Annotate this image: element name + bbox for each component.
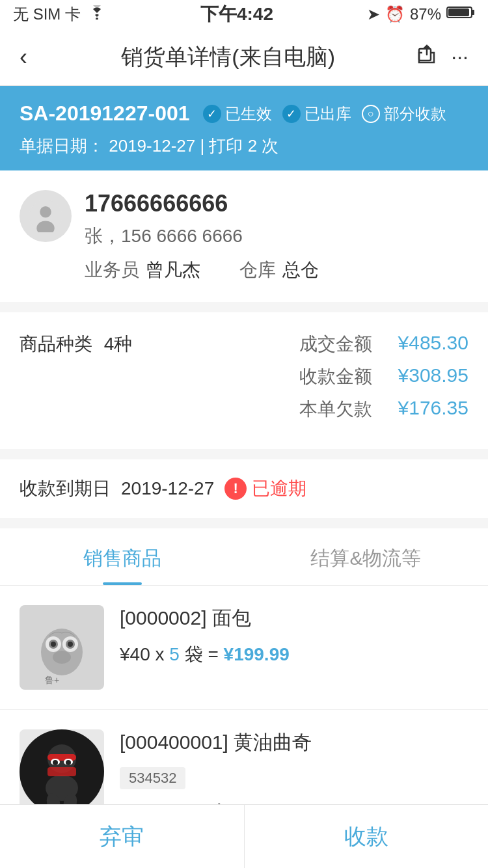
carrier-label: 无 SIM 卡 [13,4,81,25]
battery-label: 87% [410,5,441,23]
stats-left: 商品种类 4种 [20,332,139,429]
product-code-1: [0000002] [120,607,206,629]
check-icon-1: ✓ [203,105,221,123]
svg-rect-20 [47,754,76,761]
overdue-icon: ! [224,478,247,500]
product-name-text-2: 黄油曲奇 [234,731,312,753]
svg-point-6 [40,206,51,218]
product-total-1: ¥199.99 [224,644,290,664]
debt-label: 本单欠款 [299,397,372,422]
svg-point-14 [51,642,56,647]
overdue-badge: ! 已逾期 [224,476,306,501]
badge-partial: ○ 部分收款 [362,103,446,124]
svg-rect-2 [472,10,474,15]
customer-meta: 业务员 曾凡杰 仓库 总仓 [85,258,468,282]
svg-point-16 [53,651,71,664]
svg-point-23 [53,760,58,765]
order-header-top: SA-20191227-001 ✓ 已生效 ✓ 已出库 ○ 部分收款 [20,102,468,126]
badge-shipped: ✓ 已出库 [282,103,351,124]
status-bar: 无 SIM 卡 下午4:42 ➤ ⏰ 87% [0,0,488,29]
svg-point-24 [66,760,71,765]
tab-products[interactable]: 销售商品 [0,528,244,585]
share-icon[interactable] [416,44,438,71]
customer-phone-display: 17666666666 [85,190,468,217]
order-date-row: 单据日期： 2019-12-27 | 打印 2 次 [20,135,468,157]
more-icon[interactable]: ··· [451,45,468,69]
debt-value: ¥176.35 [398,397,468,422]
product-item-1: 鲁+ [0000002] 面包 ¥40 x 5 袋 = ¥199.99 [0,586,488,710]
customer-name-phone: 张，156 6666 6666 [85,224,468,249]
status-right: ➤ ⏰ 87% [367,5,475,23]
stats-right: 成交金额 ¥485.30 收款金额 ¥308.95 本单欠款 ¥176.35 [299,332,468,429]
page-title: 销货单详情(来自电脑) [40,42,416,72]
product-price-1: ¥40 x 5 袋 = ¥199.99 [120,642,468,667]
status-badges: ✓ 已生效 ✓ 已出库 ○ 部分收款 [203,103,446,124]
status-time: 下午4:42 [200,2,273,27]
product-type-label: 商品种类 [20,334,92,354]
wifi-icon [87,5,107,23]
svg-rect-26 [47,767,76,776]
due-date-label: 收款到期日 [20,476,111,501]
due-section: 收款到期日 2019-12-27 ! 已逾期 [0,459,488,518]
order-date-value: 2019-12-27 [109,136,195,156]
customer-section: 17666666666 张，156 6666 6666 业务员 曾凡杰 仓库 总… [0,170,488,302]
product-name-1: [0000002] 面包 [120,605,468,632]
product-unit-1: 袋 [185,644,203,664]
print-separator: | 打印 [200,136,247,156]
sales-item: 业务员 曾凡杰 [85,258,200,282]
product-x-1: x [156,644,170,664]
product-type-count: 4种 [104,334,133,354]
product-name-2: [000400001] 黄油曲奇 [120,729,468,756]
tabs-section: 销售商品 结算&物流等 [0,528,488,586]
overdue-label: 已逾期 [252,476,306,501]
product-details-1: [0000002] 面包 ¥40 x 5 袋 = ¥199.99 [120,605,468,667]
stats-section: 商品种类 4种 成交金额 ¥485.30 收款金额 ¥308.95 本单欠款 ¥… [0,312,488,449]
order-number: SA-20191227-001 [20,102,190,126]
check-icon-2: ✓ [282,105,301,123]
product-type-item: 商品种类 4种 [20,332,139,357]
tab-settlement[interactable]: 结算&物流等 [244,528,488,585]
badge-effective: ✓ 已生效 [203,103,272,124]
product-code-2: [000400001] [120,731,228,753]
deal-amount-value: ¥485.30 [398,332,468,357]
product-tag-2: 534532 [120,767,185,789]
svg-rect-3 [448,8,469,16]
product-qty-1: 5 [169,644,180,664]
collect-payment-button[interactable]: 收款 [245,805,489,868]
badge-partial-label: 部分收款 [384,103,446,124]
svg-point-0 [96,18,98,20]
nav-bar: ‹ 销货单详情(来自电脑) ··· [0,29,488,86]
nav-actions: ··· [416,44,468,71]
battery-icon [446,5,475,23]
customer-info: 17666666666 张，156 6666 6666 业务员 曾凡杰 仓库 总… [85,190,468,282]
collected-label: 收款金额 [299,364,372,389]
sales-label: 业务员 [85,258,139,282]
product-eq-1: = [208,644,223,664]
print-suffix: 次 [262,136,278,156]
product-thumb-1: 鲁+ [20,605,104,690]
warehouse-label: 仓库 [239,258,276,282]
warehouse-item: 仓库 总仓 [239,258,319,282]
badge-effective-label: 已生效 [225,103,272,124]
collected-row: 收款金额 ¥308.95 [299,364,468,389]
bottom-bar: 弃审 收款 [0,804,488,868]
product-name-text-1: 面包 [212,607,251,629]
svg-point-15 [68,642,73,647]
cancel-review-button[interactable]: 弃审 [0,805,245,868]
order-header: SA-20191227-001 ✓ 已生效 ✓ 已出库 ○ 部分收款 单据日期：… [0,86,488,170]
svg-rect-4 [419,49,431,61]
deal-amount-row: 成交金额 ¥485.30 [299,332,468,357]
debt-row: 本单欠款 ¥176.35 [299,397,468,422]
svg-text:鲁+: 鲁+ [45,675,59,685]
product-thumb-2 [20,729,104,814]
warehouse-name: 总仓 [282,258,319,282]
status-left: 无 SIM 卡 [13,4,107,25]
alarm-icon: ⏰ [385,5,405,23]
deal-amount-label: 成交金额 [299,332,372,357]
order-date-label: 单据日期： [20,136,104,156]
customer-avatar [20,190,72,242]
print-count: 2 [248,136,257,156]
clock-icon: ○ [362,105,380,123]
back-button[interactable]: ‹ [20,44,27,71]
tabs: 销售商品 结算&物流等 [0,528,488,585]
